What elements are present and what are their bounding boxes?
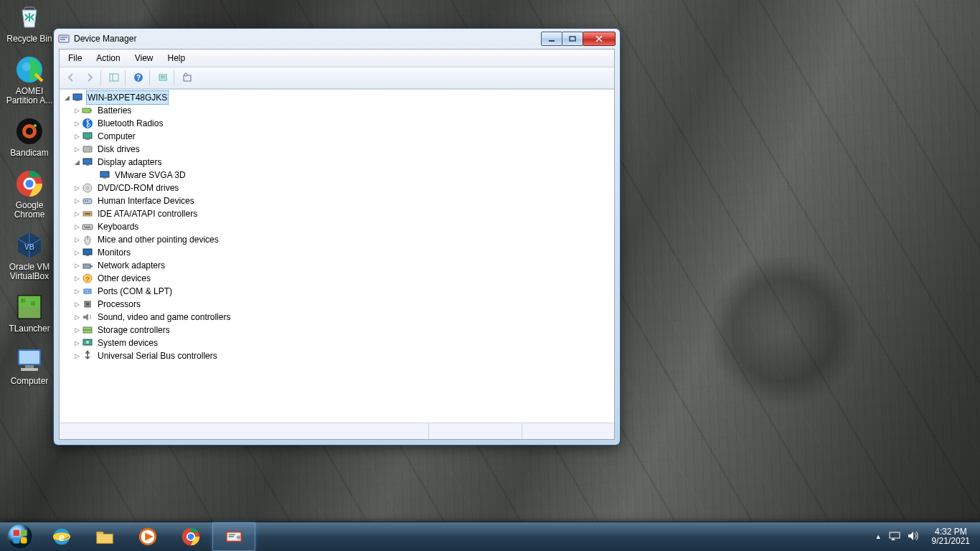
expand-icon[interactable]: ▷: [72, 349, 81, 362]
expand-icon[interactable]: ▷: [72, 207, 81, 220]
expand-icon[interactable]: ▷: [72, 336, 81, 349]
usb-icon: [82, 350, 93, 362]
expand-icon[interactable]: ▷: [72, 104, 81, 117]
show-hide-tree-button[interactable]: [105, 69, 123, 86]
tree-device[interactable]: VMware SVGA 3D: [62, 169, 614, 182]
minimize-button[interactable]: [541, 32, 562, 46]
desktop-icon-tlauncher[interactable]: TLauncher: [3, 291, 56, 334]
tree-root[interactable]: ◢WIN-BXPET48GJKS: [62, 91, 614, 104]
expand-icon[interactable]: ▷: [72, 194, 81, 207]
maximize-button[interactable]: [562, 32, 583, 46]
expand-icon[interactable]: ▷: [72, 233, 81, 246]
taskbar-wmp[interactable]: [126, 522, 169, 551]
tree-category[interactable]: ▷Ports (COM & LPT): [62, 285, 614, 298]
expand-icon[interactable]: ▷: [72, 259, 81, 272]
collapse-icon[interactable]: ◢: [72, 156, 81, 169]
tree-category[interactable]: ▷DVD/CD-ROM drives: [62, 182, 614, 194]
expand-icon[interactable]: ▷: [72, 246, 81, 259]
taskbar-chrome[interactable]: [169, 522, 212, 551]
tree-category[interactable]: ◢Display adapters: [62, 156, 614, 169]
svg-rect-17: [21, 368, 38, 371]
taskbar-file-explorer[interactable]: [83, 522, 126, 551]
clock-date: 9/21/2021: [932, 537, 970, 546]
taskbar-clock[interactable]: 4:32 PM 9/21/2021: [926, 527, 976, 546]
tree-category[interactable]: ▷Batteries: [62, 104, 614, 117]
expand-icon[interactable]: ▷: [72, 182, 81, 194]
svg-rect-71: [83, 327, 92, 330]
expand-icon[interactable]: ▷: [72, 272, 81, 285]
svg-rect-39: [83, 146, 92, 152]
desktop-icon-recycle[interactable]: Recycle Bin: [3, 1, 56, 44]
tray-action-center-icon[interactable]: [889, 530, 900, 544]
taskbar-mmc-device-manager[interactable]: [212, 522, 255, 551]
start-button[interactable]: [0, 522, 40, 551]
menu-view[interactable]: View: [129, 52, 159, 65]
device-tree[interactable]: ◢WIN-BXPET48GJKS▷Batteries▷Bluetooth Rad…: [60, 89, 614, 423]
tree-category[interactable]: ▷IDE ATA/ATAPI controllers: [62, 207, 614, 220]
tree-category[interactable]: ▷Mice and other pointing devices: [62, 233, 614, 246]
tlauncher-icon: [14, 291, 45, 323]
tree-root-label: WIN-BXPET48GJKS: [86, 90, 169, 105]
taskbar-ie[interactable]: e: [40, 522, 83, 551]
desktop-icon-bandicam[interactable]: Bandicam: [3, 116, 56, 158]
help-button[interactable]: ?: [130, 69, 147, 86]
svg-rect-20: [60, 39, 65, 40]
tree-category-label: Sound, video and game controllers: [96, 311, 232, 324]
svg-rect-41: [83, 159, 92, 164]
tree-category[interactable]: ▷Monitors: [62, 246, 614, 259]
tray-show-hidden-icon[interactable]: ▲: [875, 533, 882, 540]
desktop-icon-vbox[interactable]: VBOracle VM VirtualBox: [3, 230, 56, 281]
svg-text:e: e: [59, 532, 65, 543]
tree-category[interactable]: ▷Storage controllers: [62, 324, 614, 336]
menu-file[interactable]: File: [62, 52, 88, 65]
tray-volume-icon[interactable]: [908, 530, 919, 544]
scan-hardware-button[interactable]: [154, 69, 171, 86]
expand-icon[interactable]: ▷: [72, 298, 81, 311]
properties-button[interactable]: [179, 69, 196, 86]
svg-point-49: [87, 200, 88, 202]
desktop-icon-chrome[interactable]: Google Chrome: [3, 168, 56, 220]
tree-category[interactable]: ▷Human Interface Devices: [62, 194, 614, 207]
window-title: Device Manager: [74, 34, 537, 44]
desktop-icon-computer[interactable]: Computer: [3, 344, 56, 386]
tree-category[interactable]: ▷Keyboards: [62, 220, 614, 233]
expand-icon[interactable]: ▷: [72, 117, 81, 130]
desktop-icon-label: AOMEI Partition A...: [3, 87, 56, 105]
back-button[interactable]: [62, 69, 80, 86]
svg-rect-44: [103, 177, 106, 179]
display-icon: [99, 169, 110, 181]
svg-point-40: [89, 149, 90, 150]
expand-icon[interactable]: ▷: [72, 311, 81, 324]
tree-category-label: Batteries: [96, 104, 133, 117]
menu-action[interactable]: Action: [90, 52, 126, 65]
computer-icon: [72, 92, 83, 103]
desktop-icon-aomei[interactable]: AOMEI Partition A...: [3, 54, 56, 105]
tree-category[interactable]: ▷?Other devices: [62, 272, 614, 285]
expand-icon[interactable]: ▷: [72, 285, 81, 298]
titlebar[interactable]: Device Manager: [54, 29, 620, 49]
expand-icon[interactable]: ▷: [72, 220, 81, 233]
expand-icon[interactable]: ▷: [72, 143, 81, 156]
expand-icon[interactable]: ▷: [72, 130, 81, 143]
tree-category-label: Computer: [96, 130, 137, 143]
tree-category[interactable]: ▷Sound, video and game controllers: [62, 311, 614, 324]
close-button[interactable]: [583, 32, 616, 46]
tree-category[interactable]: ▷Computer: [62, 130, 614, 143]
tree-category[interactable]: ▷Bluetooth Radios: [62, 117, 614, 130]
tree-category[interactable]: ▷Disk drives: [62, 143, 614, 156]
tree-category[interactable]: ▷Processors: [62, 298, 614, 311]
tree-category-label: IDE ATA/ATAPI controllers: [96, 207, 199, 220]
svg-text:?: ?: [136, 74, 141, 82]
ide-icon: [82, 208, 93, 220]
svg-point-5: [34, 124, 37, 127]
tree-category[interactable]: ▷System devices: [62, 336, 614, 349]
svg-rect-56: [85, 227, 90, 228]
menu-help[interactable]: Help: [162, 52, 192, 65]
collapse-icon[interactable]: ◢: [62, 91, 71, 104]
bandicam-icon: [14, 116, 45, 147]
forward-button[interactable]: [81, 69, 98, 86]
tree-category[interactable]: ▷Universal Serial Bus controllers: [62, 349, 614, 362]
expand-icon[interactable]: ▷: [72, 324, 81, 336]
tree-category[interactable]: ▷Network adapters: [62, 259, 614, 272]
kb-icon: [82, 221, 93, 232]
